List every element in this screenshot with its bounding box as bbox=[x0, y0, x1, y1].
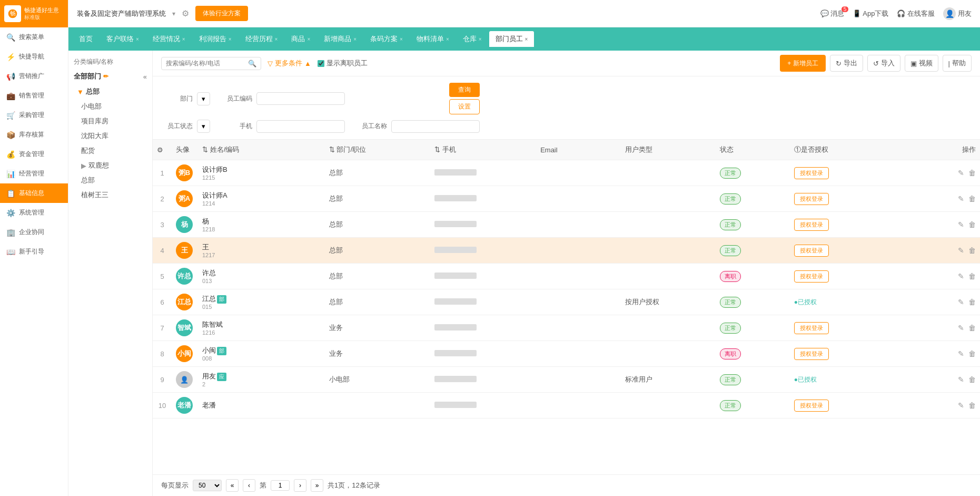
sidebar-item-purchase[interactable]: 🛒 采购管理 bbox=[0, 105, 68, 125]
app-download-link[interactable]: 📱 App下载 bbox=[853, 9, 888, 18]
import-button[interactable]: ↺ 导入 bbox=[867, 55, 900, 72]
authorize-button[interactable]: 授权登录 bbox=[794, 348, 829, 360]
authorize-button[interactable]: 授权登录 bbox=[794, 400, 829, 412]
close-tab-icon[interactable]: × bbox=[353, 36, 357, 42]
emp-name-input[interactable] bbox=[391, 120, 480, 133]
close-tab-icon[interactable]: × bbox=[446, 36, 449, 42]
dept-item-zhishu[interactable]: 植树王三 bbox=[68, 188, 152, 202]
tab-warehouse[interactable]: 仓库× bbox=[457, 31, 488, 47]
delete-icon[interactable]: 🗑 bbox=[968, 220, 976, 229]
edit-icon[interactable]: ✎ bbox=[958, 401, 964, 410]
authorize-button[interactable]: 授权登录 bbox=[794, 167, 829, 179]
close-tab-icon[interactable]: × bbox=[182, 36, 185, 42]
sidebar-item-sales[interactable]: 💼 销售管理 bbox=[0, 86, 68, 105]
authorize-button[interactable]: 授权登录 bbox=[794, 322, 829, 334]
dept-collapse-icon[interactable]: « bbox=[143, 73, 147, 81]
message-area[interactable]: 💬 消息 5 bbox=[820, 9, 845, 18]
dept-select[interactable]: ▾ bbox=[197, 92, 210, 105]
delete-icon[interactable]: 🗑 bbox=[968, 298, 976, 306]
dropdown-arrow-icon[interactable]: ▾ bbox=[172, 10, 175, 17]
dept-item-project[interactable]: 项目库房 bbox=[68, 114, 152, 129]
sidebar-item-finance[interactable]: 💰 资金管理 bbox=[0, 144, 68, 164]
delete-icon[interactable]: 🗑 bbox=[968, 349, 976, 358]
tab-history[interactable]: 经营历程× bbox=[239, 31, 284, 47]
sidebar-item-quick-nav[interactable]: ⚡ 快捷导航 bbox=[0, 47, 68, 66]
dept-item-shenyang[interactable]: 沈阳大库 bbox=[68, 129, 152, 143]
tab-barcode[interactable]: 条码方案× bbox=[364, 31, 409, 47]
close-tab-icon[interactable]: × bbox=[525, 36, 528, 42]
authorize-button[interactable]: 授权登录 bbox=[794, 219, 829, 231]
set-button[interactable]: 设置 bbox=[449, 99, 480, 114]
close-tab-icon[interactable]: × bbox=[229, 36, 232, 42]
dept-item-xiaodian[interactable]: 小电部 bbox=[68, 99, 152, 114]
help-button[interactable]: | 帮助 bbox=[943, 55, 972, 72]
edit-icon[interactable]: ✎ bbox=[958, 349, 964, 358]
next-page-button[interactable]: › bbox=[294, 479, 306, 492]
delete-icon[interactable]: 🗑 bbox=[968, 169, 976, 177]
delete-icon[interactable]: 🗑 bbox=[968, 272, 976, 280]
edit-icon[interactable]: ✎ bbox=[958, 298, 964, 306]
th-settings[interactable]: ⚙ bbox=[153, 140, 172, 160]
tab-bom[interactable]: 物料清单× bbox=[410, 31, 456, 47]
dept-search-input[interactable] bbox=[74, 58, 153, 65]
dept-item-zongbu[interactable]: ▼ 总部 bbox=[68, 84, 152, 99]
delete-icon[interactable]: 🗑 bbox=[968, 324, 976, 332]
edit-icon[interactable]: ✎ bbox=[958, 169, 964, 177]
authorize-button[interactable]: 授权登录 bbox=[794, 270, 829, 283]
edit-icon[interactable]: ✎ bbox=[958, 324, 964, 332]
th-name-code[interactable]: ⇅ 姓名/编码 bbox=[198, 140, 325, 160]
th-dept-position[interactable]: ⇅ 部门/职位 bbox=[325, 140, 431, 160]
close-tab-icon[interactable]: × bbox=[307, 36, 310, 42]
tab-home[interactable]: 首页 bbox=[73, 31, 99, 47]
tab-customers[interactable]: 客户联络× bbox=[100, 31, 145, 47]
tab-employees[interactable]: 部门员工× bbox=[489, 31, 534, 47]
sidebar-item-inventory[interactable]: 📦 库存核算 bbox=[0, 125, 68, 144]
settings-icon[interactable]: ⚙ bbox=[182, 8, 189, 18]
close-tab-icon[interactable]: × bbox=[275, 36, 278, 42]
search-input[interactable] bbox=[166, 60, 245, 67]
user-avatar-area[interactable]: 👤 用友 bbox=[943, 7, 972, 20]
last-page-button[interactable]: » bbox=[311, 479, 323, 492]
edit-icon[interactable]: ✎ bbox=[958, 246, 964, 255]
th-phone[interactable]: ⇅ 手机 bbox=[430, 140, 536, 160]
delete-icon[interactable]: 🗑 bbox=[968, 401, 976, 410]
delete-icon[interactable]: 🗑 bbox=[968, 246, 976, 255]
close-tab-icon[interactable]: × bbox=[400, 36, 403, 42]
close-tab-icon[interactable]: × bbox=[136, 36, 139, 42]
sidebar-item-system[interactable]: ⚙️ 系统管理 bbox=[0, 203, 68, 222]
per-page-select[interactable]: 50 100 bbox=[193, 480, 222, 491]
delete-icon[interactable]: 🗑 bbox=[968, 194, 976, 203]
show-resigned-checkbox[interactable] bbox=[318, 60, 324, 67]
emp-code-input[interactable] bbox=[256, 92, 345, 105]
first-page-button[interactable]: « bbox=[226, 479, 239, 492]
more-conditions-btn[interactable]: ▽ 更多条件 ▲ bbox=[268, 59, 311, 68]
tab-new-goods[interactable]: 新增商品× bbox=[318, 31, 363, 47]
add-employee-button[interactable]: + 新增员工 bbox=[780, 55, 825, 72]
edit-icon[interactable]: ✎ bbox=[958, 272, 964, 280]
sidebar-item-basic-info[interactable]: 📋 基础信息 bbox=[0, 183, 68, 203]
sidebar-item-guide[interactable]: 📖 新手引导 bbox=[0, 242, 68, 261]
query-button[interactable]: 查询 bbox=[449, 83, 480, 97]
sidebar-item-enterprise[interactable]: 🏢 企业协同 bbox=[0, 222, 68, 242]
edit-icon[interactable]: ✎ bbox=[958, 375, 964, 384]
page-number-input[interactable] bbox=[271, 480, 290, 491]
edit-icon[interactable]: ✎ bbox=[958, 220, 964, 229]
trial-button[interactable]: 体验行业方案 bbox=[195, 6, 248, 21]
emp-status-select[interactable]: ▾ bbox=[197, 120, 210, 133]
authorize-button[interactable]: 授权登录 bbox=[794, 245, 829, 257]
dept-item-zongbu2[interactable]: 总部 bbox=[68, 173, 152, 188]
authorize-button[interactable]: 授权登录 bbox=[794, 193, 829, 205]
dept-item-peihuo[interactable]: 配货 bbox=[68, 143, 152, 158]
view-button[interactable]: ▣ 视频 bbox=[905, 55, 938, 72]
delete-icon[interactable]: 🗑 bbox=[968, 375, 976, 384]
tab-operations[interactable]: 经营情况× bbox=[146, 31, 192, 47]
phone-input[interactable] bbox=[256, 120, 345, 133]
sidebar-item-operations[interactable]: 📊 经营管理 bbox=[0, 164, 68, 183]
sidebar-item-search[interactable]: 🔍 搜索菜单 bbox=[0, 27, 68, 47]
online-service-link[interactable]: 🎧 在线客服 bbox=[897, 9, 935, 18]
dept-item-shuanglu[interactable]: ▶ 双鹿想 bbox=[68, 158, 152, 173]
sidebar-item-marketing[interactable]: 📢 营销推广 bbox=[0, 66, 68, 86]
prev-page-button[interactable]: ‹ bbox=[243, 479, 255, 492]
export-button[interactable]: ↻ 导出 bbox=[830, 55, 863, 72]
edit-icon[interactable]: ✎ bbox=[958, 194, 964, 203]
